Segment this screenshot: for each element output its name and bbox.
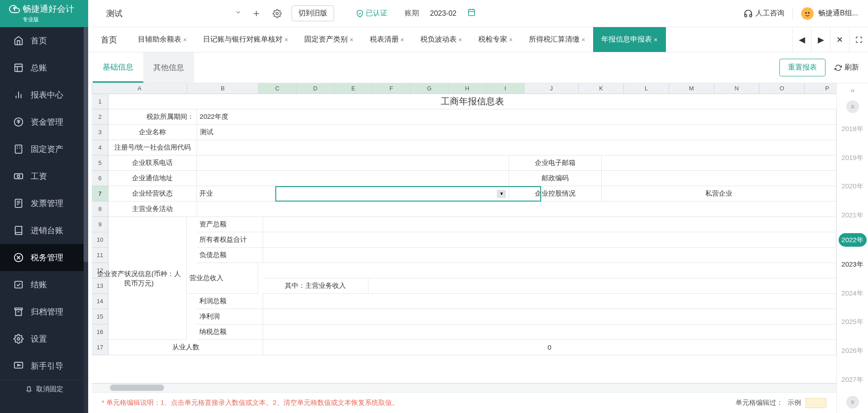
sidebar-item-8[interactable]: 税务管理 bbox=[0, 244, 88, 271]
tab-close-icon[interactable]: × bbox=[654, 36, 657, 43]
year-item-2019年[interactable]: 2019年 bbox=[837, 147, 868, 169]
row-header-1[interactable]: 1 bbox=[92, 94, 108, 109]
employees-value[interactable]: 0 bbox=[263, 340, 836, 355]
owner-equity-value[interactable] bbox=[263, 232, 836, 248]
consult-button[interactable]: 人工咨询 bbox=[744, 9, 784, 18]
tab-6[interactable]: 所得税汇算清缴 × bbox=[521, 27, 593, 52]
year-item-2022年[interactable]: 2022年 bbox=[839, 233, 867, 247]
row-header-3[interactable]: 3 bbox=[92, 125, 108, 140]
main-biz-value[interactable] bbox=[197, 202, 836, 217]
company-selector[interactable]: 测试 bbox=[106, 8, 242, 19]
row-header-7[interactable]: 7 bbox=[92, 186, 108, 202]
settings-gear-button[interactable] bbox=[271, 7, 283, 20]
tab-close-icon[interactable]: × bbox=[581, 36, 585, 43]
column-header-O[interactable]: O bbox=[760, 83, 805, 94]
tab-7[interactable]: 年报信息申报表 × bbox=[593, 27, 665, 52]
sidebar-item-3[interactable]: 资金管理 bbox=[0, 108, 88, 136]
tab-2[interactable]: 固定资产类别 × bbox=[296, 27, 361, 52]
row-header-5[interactable]: 5 bbox=[92, 155, 108, 171]
year-item-2027年[interactable]: 2027年 bbox=[837, 369, 868, 390]
year-item-2020年[interactable]: 2020年 bbox=[837, 176, 868, 197]
sidebar-item-6[interactable]: 发票管理 bbox=[0, 190, 88, 217]
tab-0[interactable]: 目辅助余额表 × bbox=[130, 27, 195, 52]
year-item-2023年[interactable]: 2023年 bbox=[837, 254, 868, 276]
year-item-2025年[interactable]: 2025年 bbox=[837, 311, 868, 333]
tab-close-icon[interactable]: × bbox=[458, 36, 462, 43]
tab-1[interactable]: 日记账与银行对账单核对 × bbox=[195, 27, 296, 52]
column-header-B[interactable]: B bbox=[187, 83, 259, 94]
year-item-2024年[interactable]: 2024年 bbox=[837, 282, 868, 304]
tab-close-icon[interactable]: × bbox=[284, 36, 288, 43]
column-header-L[interactable]: L bbox=[624, 83, 669, 94]
year-item-2018年[interactable]: 2018年 bbox=[837, 118, 868, 140]
column-header-F[interactable]: F bbox=[373, 83, 410, 94]
total-assets-value[interactable] bbox=[263, 217, 836, 232]
column-header-G[interactable]: G bbox=[410, 83, 448, 94]
row-header-17[interactable]: 17 bbox=[92, 340, 108, 355]
total-liab-value[interactable] bbox=[263, 248, 836, 263]
year-rail-collapse[interactable] bbox=[849, 88, 856, 96]
sidebar-item-1[interactable]: 总账 bbox=[0, 54, 88, 81]
unpin-sidebar-button[interactable]: 取消固定 bbox=[0, 380, 88, 399]
sidebar-item-12[interactable]: 新手引导 bbox=[0, 352, 88, 380]
app-logo[interactable]: 畅捷通好会计 专业版 bbox=[0, 0, 88, 27]
total-rev-value[interactable] bbox=[263, 263, 836, 278]
period-value-cell[interactable]: 2022年度 bbox=[197, 109, 836, 125]
column-header-K[interactable]: K bbox=[579, 83, 624, 94]
reg-value[interactable] bbox=[197, 140, 836, 155]
year-prev-button[interactable] bbox=[846, 100, 859, 113]
main-rev-value[interactable] bbox=[368, 278, 836, 294]
user-menu[interactable]: 畅捷通B组... bbox=[801, 7, 858, 20]
column-header-E[interactable]: E bbox=[335, 83, 373, 94]
row-header-8[interactable]: 8 bbox=[92, 202, 108, 217]
column-header-H[interactable]: H bbox=[448, 83, 486, 94]
phone-value[interactable] bbox=[197, 155, 509, 171]
column-header-A[interactable]: A bbox=[92, 83, 187, 94]
tab-3[interactable]: 税表清册 × bbox=[362, 27, 412, 52]
net-profit-value[interactable] bbox=[263, 309, 836, 324]
calendar-icon[interactable] bbox=[467, 8, 476, 19]
year-item-2021年[interactable]: 2021年 bbox=[837, 205, 868, 226]
tabs-next-button[interactable]: ▶ bbox=[811, 27, 830, 52]
email-value[interactable] bbox=[602, 155, 836, 171]
switch-old-version-button[interactable]: 切到旧版 bbox=[292, 5, 334, 21]
column-header-M[interactable]: M bbox=[669, 83, 714, 94]
tab-close-icon[interactable]: × bbox=[183, 36, 187, 43]
tab-close-icon[interactable]: × bbox=[509, 36, 513, 43]
tab-5[interactable]: 税检专家 × bbox=[470, 27, 521, 52]
sidebar-item-2[interactable]: 报表中心 bbox=[0, 81, 88, 108]
addr-value[interactable] bbox=[197, 171, 509, 186]
tab-close-icon[interactable]: × bbox=[401, 36, 404, 43]
status-select[interactable]: 开业▼ bbox=[197, 186, 509, 202]
column-header-N[interactable]: N bbox=[714, 83, 760, 94]
reset-report-button[interactable]: 重置报表 bbox=[779, 59, 826, 76]
tab-close-icon[interactable]: × bbox=[349, 36, 353, 43]
total-profit-value[interactable] bbox=[263, 294, 836, 309]
column-header-D[interactable]: D bbox=[297, 83, 335, 94]
add-button[interactable] bbox=[250, 7, 263, 20]
sidebar-item-10[interactable]: 归档管理 bbox=[0, 298, 88, 325]
fullscreen-button[interactable] bbox=[849, 27, 868, 52]
sidebar-item-7[interactable]: 进销台账 bbox=[0, 217, 88, 244]
horizontal-scrollbar[interactable] bbox=[92, 383, 836, 392]
tabs-close-button[interactable]: ✕ bbox=[830, 27, 849, 52]
sidebar-item-4[interactable]: 固定资产 bbox=[0, 136, 88, 163]
column-header-C[interactable]: C bbox=[259, 83, 297, 94]
row-header-6[interactable]: 6 bbox=[92, 171, 108, 186]
refresh-button[interactable]: 刷新 bbox=[835, 63, 859, 72]
grid-body[interactable]: 1工商年报信息表2税款所属期间：2022年度3企业名称测试4注册号/统一社会信用… bbox=[92, 94, 836, 383]
sub-tab-other[interactable]: 其他信息 bbox=[143, 52, 194, 83]
sidebar-item-9[interactable]: 结账 bbox=[0, 271, 88, 298]
column-header-J[interactable]: J bbox=[524, 83, 579, 94]
row-header-2[interactable]: 2 bbox=[92, 109, 108, 125]
year-next-button[interactable] bbox=[846, 396, 859, 408]
sidebar-item-11[interactable]: 设置 bbox=[0, 325, 88, 352]
sub-tab-basic[interactable]: 基础信息 bbox=[93, 52, 143, 83]
total-tax-value[interactable] bbox=[263, 324, 836, 340]
dropdown-icon[interactable]: ▼ bbox=[497, 190, 506, 198]
sidebar-scrollbar[interactable] bbox=[84, 27, 88, 413]
tabs-prev-button[interactable]: ◀ bbox=[792, 27, 811, 52]
sidebar-item-0[interactable]: 首页 bbox=[0, 27, 88, 54]
year-item-2026年[interactable]: 2026年 bbox=[837, 340, 868, 362]
holding-value[interactable]: 私营企业 bbox=[602, 186, 836, 202]
